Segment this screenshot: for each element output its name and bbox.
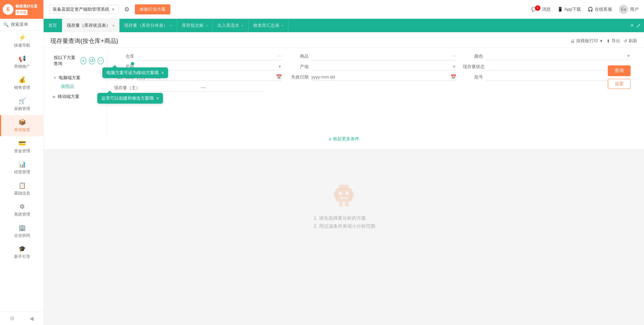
tab-batch-ledger[interactable]: 库存批次账 × [177,19,213,32]
batch-label: 批号 [463,74,483,80]
scheme-pc-group[interactable]: ▼ 电脑端方案 [50,73,107,82]
user-action[interactable]: Ea 用户 [619,5,639,14]
filter-add-btn[interactable]: + [80,57,87,64]
collapse-label: 收起更多条件 [333,136,359,142]
sidebar-item-inventory[interactable]: 📦 库存核算 [0,115,43,136]
dropdown-icon[interactable]: ▼ [452,64,456,69]
sidebar-item-quick-nav[interactable]: ⚡ 快速导航 [0,31,43,52]
scheme-pc-child-label: 按照品 [61,84,74,90]
goods-input[interactable] [311,54,450,59]
export-btn[interactable]: ⬆ 导出 [606,38,620,44]
close-all-tabs-btn[interactable]: × [631,22,634,29]
tab-home[interactable]: 首页 [44,19,62,32]
origin-input[interactable] [311,64,451,69]
system-selector-label: 装备及固定资产辅助管理系统 [53,6,109,12]
tab-inventory-status[interactable]: 现存量（库存状况表） × [62,19,119,32]
logo-line1: 畅捷通好生意 [15,4,38,9]
tooltip-pc-close-btn[interactable]: × [161,70,164,75]
search-label: 搜索菜单 [11,21,28,28]
basic-label: 基础信息 [14,191,30,196]
message-action[interactable]: 💬 6 消息 [531,6,551,12]
filter-refresh-btn[interactable]: ↺ [89,57,95,64]
sidebar-search[interactable]: 🔍 搜索菜单 [0,19,43,31]
tab-collect-summary-label: 收发存汇总表 [253,22,279,29]
filter-label: 按以下方案查询 [54,55,78,67]
trial-btn[interactable]: 体验行业方案 [135,4,170,14]
qty-main-from: — [143,84,264,92]
support-action[interactable]: 🎧 在线客服 [588,6,612,12]
inventory-status-input[interactable] [487,64,625,69]
sidebar-item-guide[interactable]: 🎓 新手引导 [0,242,43,263]
tab-inventory-dist[interactable]: 现存量（库存分布表） × [119,19,177,32]
qty-main-label: 现存量（主） [114,85,140,91]
sidebar-item-basic[interactable]: 📋 基础信息 [0,178,43,200]
refresh-btn[interactable]: ↺ 刷新 [624,38,637,44]
tooltip-pc: 电脑方案可设为移动方案哦 × [102,67,168,78]
qty-main-field: 现存量（主） — [114,84,264,92]
sidebar-item-sales[interactable]: 💰 销售管理 [0,73,43,94]
footer-collapse-btn[interactable]: ◀ [30,315,34,322]
sidebar-item-enterprise[interactable]: 🏢 企业协同 [0,221,43,242]
dots-icon[interactable]: ··· [277,53,282,59]
tab-close-icon[interactable]: × [206,23,208,28]
settings-btn[interactable]: 设置 [608,79,631,89]
page-header: 现存量查询(按仓库+商品) 🖨 按模板打印 ▼ ⬆ 导出 ↺ 刷新 [44,32,644,48]
tab-close-icon[interactable]: × [281,23,283,28]
tab-close-icon[interactable]: × [112,23,114,28]
purchase-icon: 🛒 [18,97,26,105]
warehouse-label: 仓库 [114,53,134,59]
filter-row-3: 生产日期 📅 失效日期 📅 [114,73,631,81]
tooltip-scheme-close-btn[interactable]: × [156,96,159,101]
expire-date-control: 📅 [311,73,456,81]
print-btn[interactable]: 🖨 按模板打印 ▼ [571,38,603,44]
scheme-pc-child-1[interactable]: 按照品 [58,82,107,91]
sidebar-item-finance[interactable]: 💳 资金管理 [0,136,43,157]
enterprise-label: 企业协同 [14,233,30,238]
filter-header: 按以下方案查询 + ↺ ← [50,55,107,69]
footer-settings-btn[interactable]: ⚙ [10,315,14,322]
color-control: ▼ [486,53,631,60]
sidebar-item-operation[interactable]: 📊 经营管理 [0,157,43,178]
sidebar-item-marketing[interactable]: 📢 营销推广 [0,52,43,73]
dropdown-icon[interactable]: ▼ [627,54,631,58]
content-area: 现存量查询(按仓库+商品) 🖨 按模板打印 ▼ ⬆ 导出 ↺ 刷新 [44,32,644,325]
maximize-btn[interactable]: ⤢ [636,22,641,29]
inventory-status-field: 现存量状态 ▼ [463,63,631,70]
app-download-action[interactable]: 📱 App下载 [557,6,581,12]
goods-label: 商品 [288,53,309,59]
sidebar-item-purchase[interactable]: 🛒 采购管理 [0,94,43,115]
support-label: 在线客服 [595,6,612,12]
quick-nav-icon: ⚡ [18,34,26,41]
qty-main-from-input[interactable] [143,85,199,90]
filter-back-btn[interactable]: ← [98,57,104,64]
tab-close-icon[interactable]: × [241,23,243,28]
empty-step1: 请先选择要分析的方案 [319,215,375,221]
dropdown-icon[interactable]: ▼ [278,64,282,69]
dots-icon[interactable]: ··· [452,53,456,59]
calendar-icon[interactable]: 📅 [450,74,456,79]
qty-main-to-input[interactable] [207,85,264,90]
system-selector[interactable]: 装备及固定资产辅助管理系统 ▼ [49,5,119,14]
empty-text: 请先选择要分析的方案 用过滤条件来缩小分析范围 [312,215,375,231]
expire-date-input[interactable] [311,74,449,79]
tab-inventory-dist-label: 现存量（库存分布表） [124,22,168,29]
user-label: 用户 [630,6,639,12]
expire-date-field: 失效日期 📅 [288,73,456,81]
settings-icon[interactable]: ⚙ [124,6,129,13]
main-area: 装备及固定资产辅助管理系统 ▼ ⚙ 体验行业方案 💬 6 消息 📱 App下载 … [44,0,644,325]
collapse-btn[interactable]: ∧ 收起更多条件 [50,132,637,145]
expire-date-label: 失效日期 [288,74,309,80]
print-label: 按模板打印 [576,38,598,44]
tab-close-icon[interactable]: × [170,23,172,28]
sidebar-item-system[interactable]: ⚙ 系统管理 [0,200,43,221]
color-input[interactable] [486,54,625,59]
calendar-icon[interactable]: 📅 [276,74,282,79]
warehouse-control: ··· [137,52,282,60]
query-btn[interactable]: 查询 [608,65,631,76]
tab-collect-summary[interactable]: 收发存汇总表 × [249,19,288,32]
tab-in-out-flow[interactable]: 出入库流水 × [213,19,248,32]
warehouse-input[interactable] [137,54,276,59]
sales-label: 销售管理 [14,85,30,91]
filter-row-2: 尺码 ▼ 产地 ▼ [114,63,631,70]
svg-rect-7 [339,202,343,207]
